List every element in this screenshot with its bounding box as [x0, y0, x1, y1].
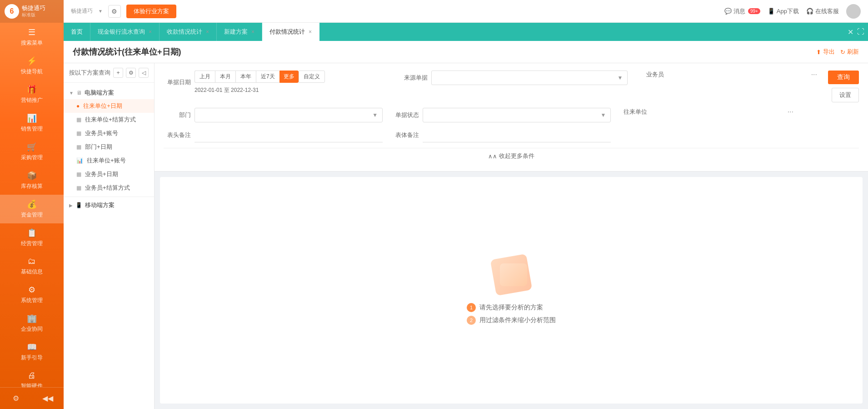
sidebar-item-basic-info[interactable]: 🗂基础信息 [0, 252, 64, 280]
header-note-label: 表头备注 [164, 131, 191, 139]
staff-dots[interactable]: ··· [809, 71, 819, 79]
sidebar-bottom-settings[interactable]: ⚙ [0, 391, 32, 405]
export-btn[interactable]: ⬆ 导出 [816, 48, 835, 56]
schema-item-staff-settle-icon: ▦ [76, 185, 81, 191]
doc-status-label: 单据状态 [392, 111, 419, 119]
mobile-group-arrow: ▶ [69, 203, 73, 208]
schema-item-dept-date-label: 部门+日期 [85, 143, 112, 151]
tab-close-all-btn[interactable]: ✕ [848, 28, 853, 36]
schema-item-contact-date[interactable]: ● 往来单位+日期 [64, 99, 154, 113]
sidebar-item-hardware[interactable]: 🖨智能硬件 [0, 366, 64, 387]
body-note-label: 表体备注 [392, 131, 419, 139]
tab-bank-flow-close[interactable]: × [149, 29, 152, 35]
sidebar-label-basic-info: 基础信息 [21, 268, 43, 276]
header-note-input[interactable] [195, 128, 383, 142]
sidebar-item-operation[interactable]: 📋经营管理 [0, 223, 64, 252]
filter-row-2: 部门 ▼ 单据状态 ▼ [164, 108, 859, 122]
date-btn-this-month[interactable]: 本月 [215, 71, 235, 83]
filter-group-dept: 部门 ▼ [164, 108, 383, 122]
sidebar-label-inventory: 库存核算 [21, 182, 43, 190]
schema-item-staff-settle[interactable]: ▦ 业务员+结算方式 [64, 181, 154, 195]
step-1-circle: 1 [467, 303, 476, 312]
left-panel-header-actions: + ⚙ ◁ [113, 68, 149, 78]
date-btn-this-year[interactable]: 本年 [235, 71, 256, 83]
tab-receipt-stats-close[interactable]: × [206, 29, 209, 35]
left-panel-body: ▼ 🖥 电脑端方案 ● 往来单位+日期 ▦ 往来单位+结算方式 [64, 83, 154, 409]
schema-item-contact-account[interactable]: 📊 往来单位+账号 [64, 154, 154, 167]
logo-icon: 6 [5, 4, 19, 19]
schema-item-dept-date[interactable]: ▦ 部门+日期 [64, 140, 154, 154]
empty-text: 1 请先选择要分析的方案 2 用过滤条件来缩小分析范围 [467, 303, 556, 328]
tab-payment-stats-close[interactable]: × [309, 29, 312, 35]
sidebar-icon-basic-info: 🗂 [28, 257, 36, 266]
trial-btn[interactable]: 体验行业方案 [126, 5, 176, 18]
date-btn-last-7[interactable]: 近7天 [256, 71, 279, 83]
panel-collapse-btn[interactable]: ◁ [139, 68, 149, 78]
body-note-input[interactable] [423, 128, 611, 142]
date-btn-last-month[interactable]: 上月 [195, 71, 215, 83]
user-avatar[interactable] [846, 4, 861, 19]
sidebar-bottom-collapse[interactable]: ◀◀ [32, 391, 64, 405]
tab-bank-flow[interactable]: 现金银行流水查询 × [90, 23, 160, 41]
main-area: 畅捷通巧 ▼ ⚙ 体验行业方案 💬 消息 99+ 📱 App下载 🎧 在线客服 … [64, 0, 868, 409]
tab-expand-btn[interactable]: ⛶ [857, 28, 864, 36]
sidebar-icon-sales: 📊 [27, 113, 37, 123]
source-doc-select[interactable]: ▼ [431, 71, 628, 85]
refresh-btn[interactable]: ↻ 刷新 [840, 48, 859, 56]
filter-group-source: 来源单据 ▼ [400, 71, 628, 85]
left-panel: 按以下方案查询 + ⚙ ◁ ▼ 🖥 电脑端方案 [64, 63, 155, 409]
dept-label: 部门 [164, 111, 191, 119]
sidebar-item-enterprise[interactable]: 🏢企业协同 [0, 309, 64, 338]
query-btn[interactable]: 查询 [828, 71, 859, 84]
empty-illustration [484, 252, 539, 298]
date-btn-custom[interactable]: 自定义 [299, 71, 325, 83]
date-btn-more[interactable]: 更多 [279, 71, 299, 83]
header-settings-btn[interactable]: ⚙ [108, 5, 121, 18]
schema-item-staff-date[interactable]: ▦ 业务员+日期 [64, 167, 154, 181]
sidebar-icon-quick-nav: ⚡ [27, 56, 37, 66]
schema-item-contact-settle-icon: ▦ [76, 116, 81, 123]
sidebar-item-search-menu[interactable]: ☰搜索菜单 [0, 23, 64, 51]
sidebar-label-enterprise: 企业协同 [21, 325, 43, 333]
desktop-group-label: 电脑端方案 [85, 89, 114, 97]
schema-item-staff-date-label: 业务员+日期 [85, 170, 118, 178]
mobile-group-header[interactable]: ▶ 📱 移动端方案 [64, 199, 154, 212]
collapse-label: 收起更多条件 [499, 152, 534, 160]
sidebar-item-sales[interactable]: 📊销售管理 [0, 109, 64, 137]
sidebar-item-purchase[interactable]: 🛒采购管理 [0, 137, 64, 166]
tab-receipt-stats[interactable]: 收款情况统计 × [160, 23, 217, 41]
tab-new-plan[interactable]: 新建方案 × [217, 23, 262, 41]
schema-settings-btn[interactable]: ⚙ [126, 68, 136, 78]
source-doc-arrow: ▼ [618, 75, 623, 81]
sidebar-item-marketing[interactable]: 🎁营销推广 [0, 80, 64, 109]
dept-select[interactable]: ▼ [195, 108, 383, 122]
schema-item-staff-account[interactable]: ▦ 业务员+账号 [64, 126, 154, 140]
desktop-group-header[interactable]: ▼ 🖥 电脑端方案 [64, 86, 154, 99]
sidebar-item-finance[interactable]: 💰资金管理 [0, 195, 64, 223]
collapse-btn[interactable]: ∧∧ 收起更多条件 [164, 148, 859, 164]
filter-settings-btn[interactable]: 设置 [832, 88, 859, 102]
tab-new-plan-close[interactable]: × [251, 29, 254, 35]
desktop-group-arrow: ▼ [69, 91, 74, 96]
sidebar-label-hardware: 智能硬件 [21, 382, 43, 387]
notifications-btn[interactable]: 💬 消息 99+ [724, 7, 760, 15]
contact-dots[interactable]: ··· [786, 108, 795, 116]
sidebar-item-system[interactable]: ⚙系统管理 [0, 280, 64, 309]
online-service-btn[interactable]: 🎧 在线客服 [806, 7, 839, 15]
tab-home[interactable]: 首页 [64, 23, 90, 41]
step-2-circle: 2 [467, 316, 476, 325]
add-schema-btn[interactable]: + [113, 68, 123, 78]
app-download-btn[interactable]: 📱 App下载 [768, 7, 799, 15]
doc-status-select[interactable]: ▼ [423, 108, 611, 122]
message-icon: 💬 [724, 8, 732, 15]
sidebar-label-quick-nav: 快捷导航 [21, 68, 43, 76]
schema-item-contact-account-label: 往来单位+账号 [87, 157, 126, 165]
sidebar-item-inventory[interactable]: 📦库存核算 [0, 166, 64, 195]
sidebar-item-quick-nav[interactable]: ⚡快捷导航 [0, 51, 64, 80]
schema-item-contact-settle[interactable]: ▦ 往来单位+结算方式 [64, 113, 154, 126]
sidebar-item-guide[interactable]: 📖新手引导 [0, 338, 64, 366]
filter-area: 单据日期 上月 本月 本年 近7天 更多 自定义 20 [155, 63, 868, 172]
tab-payment-stats[interactable]: 付款情况统计 × [262, 23, 319, 41]
empty-step-2: 2 用过滤条件来缩小分析范围 [467, 316, 556, 325]
tab-new-plan-label: 新建方案 [224, 28, 248, 36]
